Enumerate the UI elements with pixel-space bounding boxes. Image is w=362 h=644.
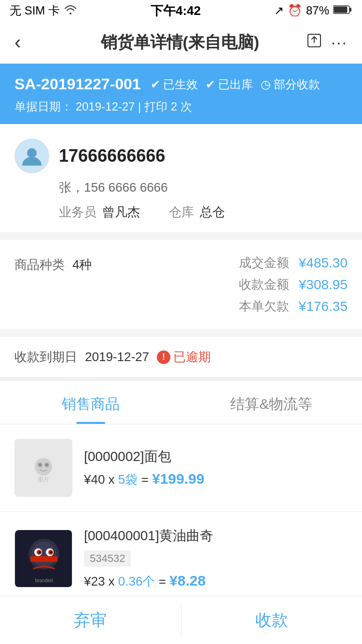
nav-right: ··· bbox=[307, 33, 348, 52]
received-label: 收款金额 bbox=[239, 276, 289, 293]
svg-point-9 bbox=[39, 464, 42, 466]
customer-row: 17666666666 bbox=[14, 139, 348, 173]
tab-sales-products[interactable]: 销售商品 bbox=[0, 381, 181, 424]
product-thumb-1: 图片 bbox=[14, 439, 72, 497]
cancel-review-label: 弃审 bbox=[74, 609, 107, 631]
more-icon[interactable]: ··· bbox=[331, 33, 348, 52]
svg-text:图片: 图片 bbox=[38, 476, 49, 483]
badge-active-label: 已生效 bbox=[163, 77, 198, 92]
page-title: 销货单详情(来自电脑) bbox=[101, 31, 260, 54]
overdue-date: 2019-12-27 bbox=[85, 350, 149, 364]
overdue-dot-icon: ! bbox=[157, 350, 170, 364]
price-base-2: ¥23 x bbox=[84, 574, 118, 588]
owed-line: 本单欠款 ¥176.35 bbox=[239, 298, 348, 315]
thumb-placeholder-1: 图片 bbox=[14, 439, 72, 497]
customer-meta: 业务员 曾凡杰 仓库 总仓 bbox=[14, 204, 348, 221]
amount-value: ¥485.30 bbox=[299, 255, 348, 271]
order-id: SA-20191227-001 bbox=[14, 75, 141, 93]
received-value: ¥308.95 bbox=[299, 277, 348, 293]
overdue-label: 收款到期日 bbox=[14, 349, 77, 365]
overdue-text: 已逾期 bbox=[173, 349, 211, 365]
warehouse: 仓库 总仓 bbox=[169, 204, 225, 221]
product-info-2: [000400001]黄油曲奇 534532 ¥23 x 0.36个 = ¥8.… bbox=[84, 527, 348, 590]
order-id-row: SA-20191227-001 ✔ 已生效 ✔ 已出库 ◷ 部分收款 bbox=[14, 75, 348, 93]
tab-sales-label: 销售商品 bbox=[62, 396, 120, 412]
sales-value: 曾凡杰 bbox=[102, 204, 140, 221]
badge-shipped: ✔ 已出库 bbox=[206, 77, 253, 92]
amount-label: 成交金额 bbox=[239, 254, 289, 271]
svg-point-20 bbox=[50, 551, 53, 553]
location-icon: ↗ bbox=[274, 4, 284, 17]
type-label: 商品种类 bbox=[14, 256, 65, 273]
avatar bbox=[14, 139, 49, 173]
order-date-row: 单据日期： 2019-12-27 | 打印 2 次 bbox=[14, 99, 348, 114]
product-name-2: [000400001]黄油曲奇 bbox=[84, 527, 348, 545]
warehouse-value: 总仓 bbox=[200, 204, 225, 221]
owed-value: ¥176.35 bbox=[299, 299, 348, 314]
carrier-text: 无 SIM 卡 bbox=[10, 3, 60, 18]
product-item-2: branded [000400001]黄油曲奇 534532 ¥23 x 0.3… bbox=[0, 512, 362, 604]
check-icon-2: ✔ bbox=[206, 78, 215, 91]
status-right: ↗ ⏰ 87% bbox=[274, 4, 352, 17]
order-date: 2019-12-27 bbox=[76, 100, 135, 113]
status-badges: ✔ 已生效 ✔ 已出库 ◷ 部分收款 bbox=[151, 77, 320, 92]
status-bar: 无 SIM 卡 下午4:42 ↗ ⏰ 87% bbox=[0, 0, 362, 21]
product-price-2: ¥23 x 0.36个 = ¥8.28 bbox=[84, 573, 348, 590]
collect-payment-button[interactable]: 收款 bbox=[181, 596, 362, 644]
svg-rect-1 bbox=[349, 8, 351, 12]
badge-shipped-label: 已出库 bbox=[218, 77, 253, 92]
svg-point-10 bbox=[46, 464, 48, 466]
tab-settlement[interactable]: 结算&物流等 bbox=[181, 381, 362, 424]
battery-text: 87% bbox=[306, 4, 329, 17]
price-total-1: ¥199.99 bbox=[152, 471, 204, 487]
svg-point-19 bbox=[39, 551, 41, 553]
tab-settlement-label: 结算&物流等 bbox=[230, 396, 312, 412]
clock-icon: ◷ bbox=[261, 78, 271, 91]
customer-name-info: 张，156 6666 6666 bbox=[14, 179, 348, 196]
product-price-1: ¥40 x 5袋 = ¥199.99 bbox=[84, 471, 348, 488]
stats-row: 商品种类 4种 成交金额 ¥485.30 收款金额 ¥308.95 本单欠款 ¥… bbox=[14, 254, 348, 315]
svg-point-4 bbox=[27, 148, 37, 158]
svg-rect-2 bbox=[334, 7, 347, 13]
sales-person: 业务员 曾凡杰 bbox=[59, 204, 140, 221]
customer-phone: 17666666666 bbox=[59, 146, 165, 166]
tabs-section: 销售商品 结算&物流等 bbox=[0, 381, 362, 424]
overdue-badge: ! 已逾期 bbox=[157, 349, 211, 365]
price-sep-2: = bbox=[155, 574, 169, 588]
product-type-count: 商品种类 4种 bbox=[14, 254, 92, 273]
battery-icon bbox=[333, 4, 352, 17]
nav-bar: ‹ 销货单详情(来自电脑) ··· bbox=[0, 21, 362, 64]
status-time: 下午4:42 bbox=[151, 2, 201, 19]
price-base-1: ¥40 x bbox=[84, 472, 118, 487]
wifi-icon bbox=[64, 4, 77, 17]
date-label: 单据日期： bbox=[14, 100, 72, 113]
amount-line: 成交金额 ¥485.30 bbox=[239, 254, 348, 271]
customer-section: 17666666666 张，156 6666 6666 业务员 曾凡杰 仓库 总… bbox=[0, 124, 362, 232]
share-icon[interactable] bbox=[307, 33, 321, 51]
stats-section: 商品种类 4种 成交金额 ¥485.30 收款金额 ¥308.95 本单欠款 ¥… bbox=[0, 240, 362, 329]
product-name-1: [0000002]面包 bbox=[84, 448, 348, 466]
product-info-1: [0000002]面包 ¥40 x 5袋 = ¥199.99 bbox=[84, 448, 348, 488]
svg-rect-21 bbox=[30, 556, 57, 562]
cancel-review-button[interactable]: 弃审 bbox=[0, 596, 181, 644]
alarm-icon: ⏰ bbox=[288, 4, 302, 17]
svg-text:branded: branded bbox=[35, 578, 53, 583]
svg-point-6 bbox=[35, 458, 52, 476]
collect-payment-label: 收款 bbox=[255, 609, 288, 631]
financial-stats: 成交金额 ¥485.30 收款金额 ¥308.95 本单欠款 ¥176.35 bbox=[239, 254, 348, 315]
type-count: 4种 bbox=[72, 256, 92, 273]
price-sep-1: = bbox=[138, 472, 152, 487]
nav-left: ‹ bbox=[14, 31, 53, 53]
product-sku-2: 534532 bbox=[84, 550, 131, 567]
sales-label: 业务员 bbox=[59, 204, 97, 221]
back-button[interactable]: ‹ bbox=[14, 31, 21, 53]
price-qty-2: 0.36个 bbox=[118, 574, 155, 588]
overdue-section: 收款到期日 2019-12-27 ! 已逾期 bbox=[0, 337, 362, 381]
order-header: SA-20191227-001 ✔ 已生效 ✔ 已出库 ◷ 部分收款 单据日期：… bbox=[0, 64, 362, 124]
received-line: 收款金额 ¥308.95 bbox=[239, 276, 348, 293]
owed-label: 本单欠款 bbox=[239, 298, 289, 315]
warehouse-label: 仓库 bbox=[169, 204, 194, 221]
print-info: | 打印 2 次 bbox=[138, 100, 192, 113]
badge-partial-label: 部分收款 bbox=[274, 77, 320, 92]
badge-active: ✔ 已生效 bbox=[151, 77, 198, 92]
